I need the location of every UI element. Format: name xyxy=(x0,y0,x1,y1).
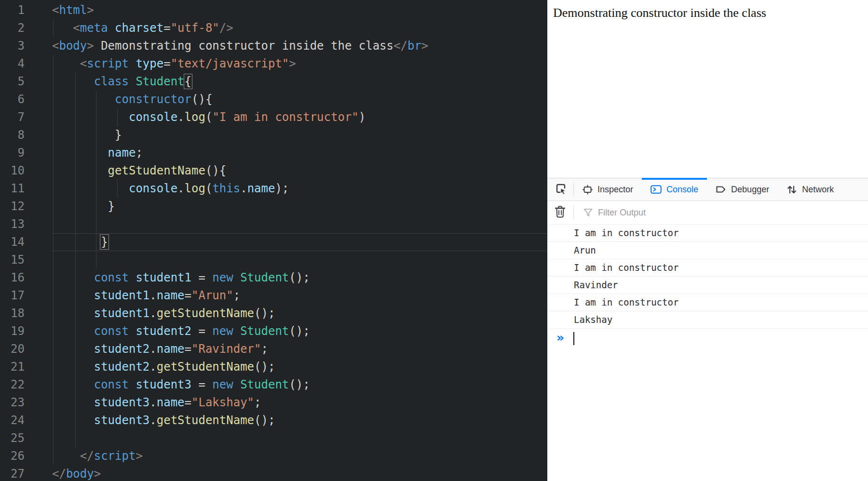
console-icon xyxy=(651,185,662,194)
code-text[interactable]: } xyxy=(25,126,547,144)
line-number[interactable]: 6 xyxy=(0,91,25,108)
tab-console[interactable]: Console xyxy=(642,178,707,200)
line-number[interactable]: 5 xyxy=(0,73,25,91)
code-line[interactable]: 2 <meta charset="utf-8"/> xyxy=(0,19,547,37)
code-text[interactable]: constructor(){ xyxy=(25,91,547,108)
code-line[interactable]: 23 student3.name="Lakshay"; xyxy=(0,394,547,412)
code-text[interactable]: </body> xyxy=(25,465,547,481)
line-number[interactable]: 22 xyxy=(0,376,25,394)
line-number[interactable]: 23 xyxy=(0,394,25,412)
line-number[interactable]: 21 xyxy=(0,358,25,376)
console-message-row: Arun xyxy=(547,242,868,259)
code-text[interactable]: student1.getStudentName(); xyxy=(25,305,547,322)
code-line[interactable]: 22 const student3 = new Student(); xyxy=(0,376,547,394)
code-line[interactable]: 1<html> xyxy=(0,1,547,19)
pick-element-button[interactable] xyxy=(555,183,567,196)
line-number[interactable]: 10 xyxy=(0,162,25,180)
code-text[interactable]: console.log("I am in constructor") xyxy=(25,108,547,126)
code-line[interactable]: 6 constructor(){ xyxy=(0,91,547,108)
code-line[interactable]: 8 } xyxy=(0,126,547,144)
code-text[interactable]: const student1 = new Student(); xyxy=(25,269,547,287)
code-line[interactable]: 13 xyxy=(0,215,547,233)
code-text[interactable] xyxy=(25,251,547,269)
code-line[interactable]: 24 student3.getStudentName(); xyxy=(0,412,547,429)
network-icon xyxy=(787,185,797,195)
line-number[interactable]: 18 xyxy=(0,305,25,322)
code-text[interactable]: <script type="text/javascript"> xyxy=(25,55,547,73)
line-number[interactable]: 26 xyxy=(0,447,25,465)
tab-debugger[interactable]: Debugger xyxy=(707,178,778,200)
code-text[interactable]: <html> xyxy=(25,1,547,19)
code-line[interactable]: 5 class Student{ xyxy=(0,73,547,91)
line-number[interactable]: 2 xyxy=(0,19,25,37)
code-line[interactable]: 7 console.log("I am in constructor") xyxy=(0,108,547,126)
code-line[interactable]: 11 console.log(this.name); xyxy=(0,180,547,198)
code-line[interactable]: 26 </script> xyxy=(0,447,547,465)
code-text[interactable] xyxy=(25,215,547,233)
browser-viewport: Demonstrating constructor inside the cla… xyxy=(547,0,868,178)
code-text[interactable]: student2.name="Ravinder"; xyxy=(25,340,547,358)
code-text[interactable]: getStudentName(){ xyxy=(25,162,547,180)
code-text[interactable]: const student3 = new Student(); xyxy=(25,376,547,394)
console-message-row: I am in constructor xyxy=(547,294,868,311)
line-number[interactable]: 14 xyxy=(0,233,25,251)
line-number[interactable]: 24 xyxy=(0,412,25,429)
line-number[interactable]: 9 xyxy=(0,144,25,162)
code-line[interactable]: 10 getStudentName(){ xyxy=(0,162,547,180)
line-number[interactable]: 8 xyxy=(0,126,25,144)
code-text[interactable]: console.log(this.name); xyxy=(25,180,547,198)
tab-label: Debugger xyxy=(731,185,769,195)
code-text[interactable]: name; xyxy=(25,144,547,162)
line-number[interactable]: 12 xyxy=(0,198,25,215)
tab-inspector[interactable]: Inspector xyxy=(574,178,642,200)
line-number[interactable]: 11 xyxy=(0,180,25,198)
code-line[interactable]: 25 xyxy=(0,429,547,447)
code-text[interactable]: class Student{ xyxy=(25,73,547,91)
code-line[interactable]: 18 student1.getStudentName(); xyxy=(0,305,547,322)
code-line[interactable]: 15 xyxy=(0,251,547,269)
line-number[interactable]: 1 xyxy=(0,1,25,19)
line-number[interactable]: 20 xyxy=(0,340,25,358)
line-number[interactable]: 7 xyxy=(0,108,25,126)
code-line[interactable]: 3<body> Demonstrating constructor inside… xyxy=(0,37,547,55)
code-text[interactable]: } xyxy=(25,233,547,251)
line-number[interactable]: 19 xyxy=(0,322,25,340)
devtools-tabbar: Inspector Console xyxy=(547,178,868,200)
code-editor[interactable]: 1<html>2 <meta charset="utf-8"/>3<body> … xyxy=(0,0,547,481)
code-text[interactable]: student3.name="Lakshay"; xyxy=(25,394,547,412)
line-number[interactable]: 25 xyxy=(0,429,25,447)
filter-output-input[interactable] xyxy=(597,207,868,218)
line-number[interactable]: 17 xyxy=(0,287,25,305)
tab-label: Inspector xyxy=(597,185,633,195)
code-text[interactable]: } xyxy=(25,198,547,215)
code-text[interactable]: <meta charset="utf-8"/> xyxy=(25,19,547,37)
code-line[interactable]: 17 student1.name="Arun"; xyxy=(0,287,547,305)
pick-element-icon xyxy=(555,183,567,197)
code-text[interactable]: student2.getStudentName(); xyxy=(25,358,547,376)
code-text[interactable]: student3.getStudentName(); xyxy=(25,412,547,429)
code-line[interactable]: 16 const student1 = new Student(); xyxy=(0,269,547,287)
code-line[interactable]: 27</body> xyxy=(0,465,547,481)
console-toolbar xyxy=(547,200,868,225)
code-line[interactable]: 9 name; xyxy=(0,144,547,162)
code-line[interactable]: 19 const student2 = new Student(); xyxy=(0,322,547,340)
code-text[interactable]: </script> xyxy=(25,447,547,465)
code-text[interactable]: student1.name="Arun"; xyxy=(25,287,547,305)
console-input-row[interactable]: » xyxy=(547,329,868,349)
tab-network[interactable]: Network xyxy=(778,178,842,200)
code-line[interactable]: 12 } xyxy=(0,198,547,215)
code-line[interactable]: 14 } xyxy=(0,233,547,251)
code-line[interactable]: 4 <script type="text/javascript"> xyxy=(0,55,547,73)
code-text[interactable]: <body> Demonstrating constructor inside … xyxy=(25,37,547,55)
line-number[interactable]: 15 xyxy=(0,251,25,269)
line-number[interactable]: 13 xyxy=(0,215,25,233)
line-number[interactable]: 3 xyxy=(0,37,25,55)
clear-console-button[interactable] xyxy=(555,205,566,220)
code-line[interactable]: 20 student2.name="Ravinder"; xyxy=(0,340,547,358)
code-line[interactable]: 21 student2.getStudentName(); xyxy=(0,358,547,376)
code-text[interactable] xyxy=(25,429,547,447)
line-number[interactable]: 16 xyxy=(0,269,25,287)
code-text[interactable]: const student2 = new Student(); xyxy=(25,322,547,340)
line-number[interactable]: 27 xyxy=(0,465,25,481)
line-number[interactable]: 4 xyxy=(0,55,25,73)
